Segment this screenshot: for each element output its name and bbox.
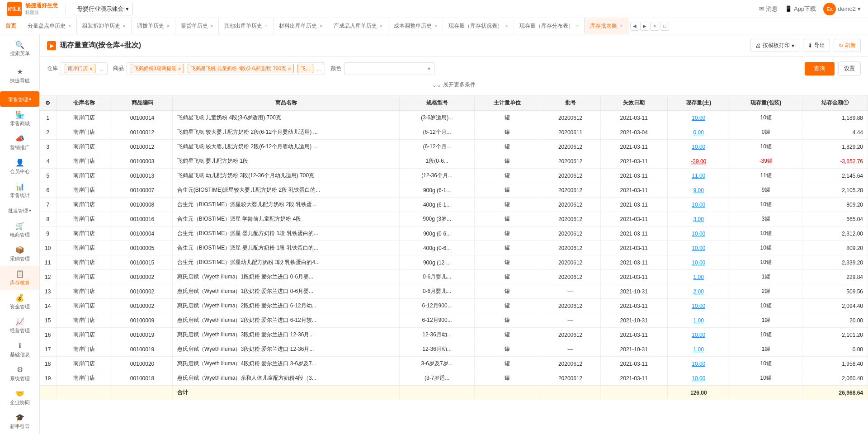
td-qty-main[interactable]: 10.00	[667, 299, 730, 313]
td-qty-main[interactable]: 1.00	[667, 313, 730, 328]
message-icon: ✉	[759, 5, 764, 12]
td-expire: 2021-10-31	[600, 342, 667, 357]
td-qty-main[interactable]: 11.00	[667, 169, 730, 183]
search-btn[interactable]: 查询	[805, 62, 835, 75]
company-selector[interactable]: 母婴行业演示账套 ▾	[73, 3, 133, 15]
th-settings[interactable]: ⚙	[40, 95, 56, 111]
th-unit: 主计量单位	[474, 95, 540, 111]
tab-more-btn[interactable]: □	[660, 22, 669, 31]
tab-close-icon[interactable]: ×	[123, 24, 126, 28]
tab-prev-btn[interactable]: ◀	[630, 22, 639, 31]
settings-btn[interactable]: 设置	[838, 61, 861, 75]
sidebar-item-基础信息[interactable]: ℹ 基础信息	[0, 338, 39, 362]
tab-close-icon[interactable]: ×	[434, 24, 437, 28]
td-qty-main[interactable]: 10.00	[667, 328, 730, 342]
sidebar-item-会员中心[interactable]: 👤 会员中心	[0, 155, 39, 179]
td-qty-main[interactable]: 10.00	[667, 226, 730, 241]
tab-close-icon[interactable]: ×	[380, 24, 382, 28]
td-name: 飞鹤星飞帆 较大婴儿配方奶粉 2段(6-12个月婴幼儿适用) ...	[172, 140, 399, 154]
sidebar-item-资金管理[interactable]: 💰 资金管理	[0, 290, 39, 314]
td-qty-pkg: -39罐	[730, 154, 802, 169]
expand-arrow-btn[interactable]: ▶	[47, 41, 56, 50]
td-batch: 20200612	[540, 140, 600, 154]
tab-close-icon[interactable]: ×	[620, 24, 623, 28]
sidebar-item-电商管理[interactable]: 🛒 电商管理	[0, 218, 39, 242]
page-header: ▶ 现存量查询(按仓库+批次) 🖨 按模板打印 ▾ ⬇ 导出 ↻	[40, 34, 868, 57]
goods-tag2-close[interactable]: ×	[288, 66, 291, 71]
tab-close-icon[interactable]: ×	[211, 24, 213, 28]
sidebar-item-批发管理[interactable]: 批发管理 ▾	[0, 203, 39, 218]
tab-现存量库存分布表[interactable]: 现存量（库存分布表） ×	[514, 18, 585, 34]
tab-成本调整单历史[interactable]: 成本调整单历史 ×	[388, 18, 443, 34]
sidebar-search-btn[interactable]: 🔍 搜索英单	[0, 38, 39, 60]
tab-现存量库存状况表[interactable]: 现存量（库存状况表） ×	[443, 18, 514, 34]
message-btn[interactable]: ✉ 消息	[759, 5, 778, 13]
export-btn[interactable]: ⬇ 导出	[803, 39, 830, 52]
td-qty-main[interactable]: 0.00	[667, 125, 730, 140]
color-input[interactable]: ▾	[344, 62, 434, 75]
td-qty-main[interactable]: 10.00	[667, 371, 730, 386]
td-spec: 3-6岁及7岁...	[400, 357, 475, 371]
search-icon: 🔍	[15, 41, 24, 49]
th-batch: 批号	[540, 95, 600, 111]
td-qty-main[interactable]: 10.00	[667, 198, 730, 212]
tab-close-icon[interactable]: ×	[505, 24, 508, 28]
goods-tag1-close[interactable]: ×	[178, 66, 181, 71]
sidebar-item-新手引导[interactable]: 🎓 新手引导	[0, 410, 39, 434]
td-code: 00100004	[112, 226, 172, 241]
tab-组装拆卸单历史[interactable]: 组装拆卸单历史 ×	[77, 18, 132, 34]
tab-home[interactable]: 首页	[0, 18, 22, 34]
sidebar-item-系统管理[interactable]: ⚙ 系统管理	[0, 362, 39, 386]
warehouse-tag-close[interactable]: ×	[90, 66, 92, 71]
tab-产成品入库单历史[interactable]: 产成品入库单历史 ×	[328, 18, 388, 34]
tab-next-btn[interactable]: ▶	[640, 22, 649, 31]
td-qty-main[interactable]: 1.00	[667, 270, 730, 284]
goods-input[interactable]: 飞鹤奶粉3段两提装 × 飞鹤星飞帆 儿童奶粉 4段(3-6岁适用) 700克 ×…	[127, 62, 325, 75]
td-qty-main[interactable]: -39.00	[667, 154, 730, 169]
tab-close-all-btn[interactable]: ×	[650, 22, 659, 31]
td-spec: 6-12月900...	[400, 299, 475, 313]
td-qty-main[interactable]: 10.00	[667, 357, 730, 371]
template-print-btn[interactable]: 🖨 按模板打印 ▾	[750, 39, 799, 52]
tab-close-icon[interactable]: ×	[68, 24, 71, 28]
td-spec: 900g (3岁...	[400, 212, 475, 226]
sidebar-item-零售统计[interactable]: 📊 零售统计	[0, 179, 39, 203]
sidebar-item-企业协同[interactable]: 🤝 企业协同	[0, 386, 39, 410]
tab-分量盘点单历史[interactable]: 分量盘点单历史 ×	[22, 18, 77, 34]
expand-more-btn[interactable]: ⌄⌄ 展开更多条件	[432, 81, 476, 89]
td-qty-main[interactable]: 10.00	[667, 111, 730, 125]
sidebar-item-零售管理[interactable]: 零售管理 ▾	[0, 91, 39, 107]
td-qty-main[interactable]: 9.00	[667, 183, 730, 198]
logo-text: 畅捷通好生意	[25, 2, 58, 9]
tab-调拨单历史[interactable]: 调拨单历史 ×	[132, 18, 175, 34]
user-area[interactable]: Ea demo2 ▾	[823, 3, 861, 15]
td-qty-main[interactable]: 10.00	[667, 241, 730, 255]
sidebar-item-经营管理[interactable]: 📈 经营管理	[0, 314, 39, 338]
sidebar-item-营销推广[interactable]: 📣 营销推广	[0, 131, 39, 155]
tab-close-icon[interactable]: ×	[265, 24, 268, 28]
home-tab-label: 首页	[5, 22, 16, 30]
tab-库存批次账[interactable]: 库存批次账 ×	[585, 18, 628, 34]
app-download-btn[interactable]: 📱 App下载	[785, 5, 816, 13]
td-qty-main[interactable]: 10.00	[667, 140, 730, 154]
td-unit: 罐	[474, 328, 540, 342]
tab-要货单历史[interactable]: 要货单历史 ×	[175, 18, 219, 34]
tab-材料出库单历史[interactable]: 材料出库单历史 ×	[274, 18, 328, 34]
td-qty-main[interactable]: 3.00	[667, 212, 730, 226]
tab-close-icon[interactable]: ×	[320, 24, 322, 28]
warehouse-filter: 仓库 南岸门店 × ...	[47, 62, 108, 75]
sidebar-item-shortcut[interactable]: ★ 快捷导航	[0, 64, 39, 88]
sidebar-item-采购管理[interactable]: 📦 采购管理	[0, 242, 39, 266]
td-qty-pkg: 2罐	[730, 284, 802, 299]
tab-其他出库单历史[interactable]: 其他出库单历史 ×	[219, 18, 274, 34]
td-qty-main[interactable]: 1.00	[667, 342, 730, 357]
sidebar-item-零售商城[interactable]: 🏪 零售商城	[0, 107, 39, 131]
warehouse-input[interactable]: 南岸门店 × ...	[61, 62, 108, 75]
sidebar-item-库存核算[interactable]: 📋 库存核算	[0, 266, 39, 290]
tab-close-icon[interactable]: ×	[167, 24, 170, 28]
td-qty-main[interactable]: 10.00	[667, 255, 730, 270]
tab-close-icon[interactable]: ×	[576, 24, 579, 28]
td-spec: 400g (6-1...	[400, 198, 475, 212]
refresh-btn[interactable]: ↻ 刷新	[834, 39, 861, 52]
td-qty-main[interactable]: 2.00	[667, 284, 730, 299]
